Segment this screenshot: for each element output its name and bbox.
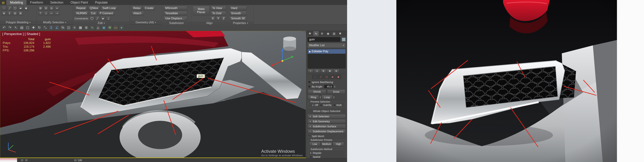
loop-button[interactable]: Loop <box>322 95 333 100</box>
redo-icon[interactable]: ↷ <box>7 25 13 30</box>
align-to-view-button[interactable]: To View <box>210 6 226 10</box>
group-label-edit[interactable]: Edit▾ <box>73 22 130 25</box>
element-mode-icon[interactable]: ◆ <box>336 75 341 79</box>
snaps-toggle-icon[interactable]: 3 <box>48 25 54 30</box>
constraint-none-icon[interactable]: ◯ <box>90 16 94 21</box>
repeat-button[interactable]: Repeat <box>74 6 87 10</box>
shrink-selection-icon[interactable]: ⊟ <box>44 6 48 10</box>
relax-button[interactable]: Relax <box>132 6 142 10</box>
grow-selection-icon[interactable]: ⊞ <box>38 6 43 10</box>
motion-tab-icon[interactable]: ◉ <box>326 31 331 36</box>
preset-medium-button[interactable]: Medium <box>321 142 332 146</box>
group-label-polygon-modeling[interactable]: Polygon Modeling▾ <box>0 20 36 24</box>
object-name-field[interactable]: gum <box>308 37 340 42</box>
maxscript-mini-listener[interactable] <box>0 158 17 162</box>
method-regular-radio[interactable]: Regular <box>310 152 344 154</box>
edge-mode-icon[interactable]: ╱ <box>318 75 324 79</box>
utilities-tab-icon[interactable]: ✱ <box>338 31 343 36</box>
display-tab-icon[interactable]: ▥ <box>332 31 337 36</box>
align-x-button[interactable]: X <box>210 16 215 21</box>
by-angle-spinner[interactable]: ▴▾ <box>334 85 335 88</box>
tab-populate[interactable]: Populate <box>92 0 111 5</box>
select-and-rotate-icon[interactable]: ↻ <box>37 25 42 30</box>
attach-button[interactable]: Attach <box>132 11 144 16</box>
pin-stack-icon[interactable]: ⌖ <box>308 69 314 73</box>
split-mesh-checkbox[interactable]: ✓ <box>308 135 310 138</box>
scene-explorer-icon[interactable]: ≣ <box>84 25 89 30</box>
select-object-icon[interactable]: ↖ <box>13 25 18 30</box>
modifier-list-dropdown[interactable]: Modifier List ▾ <box>308 43 346 48</box>
tab-freeform[interactable]: Freeform <box>26 0 46 5</box>
method-spatial-radio[interactable]: Spatial <box>310 156 344 158</box>
modifier-stack-item-editable-poly[interactable]: ◆ Editable Poly <box>308 49 346 54</box>
use-displace-button[interactable]: Use Displace... <box>164 16 187 21</box>
show-end-result-icon[interactable]: ↧ <box>314 69 320 73</box>
viewport-perspective[interactable]: [ Perspective ] [ Shaded ] Total gum Pol… <box>0 31 306 158</box>
loop-selection-icon[interactable]: ∞ <box>54 6 60 10</box>
tab-object-paint[interactable]: Object Paint <box>67 0 92 5</box>
loop-shrink-icon[interactable]: ⇢ <box>54 11 60 16</box>
group-label-align[interactable]: Align <box>191 22 228 25</box>
preview-off-radio[interactable]: Off <box>312 104 318 106</box>
align-y-button[interactable]: Y <box>216 16 221 21</box>
preset-high-button[interactable]: High <box>333 142 344 146</box>
render-setup-icon[interactable]: ⚙ <box>107 25 112 30</box>
previous-modifier-icon[interactable]: ⊟ <box>13 11 18 16</box>
swift-loop-button[interactable]: Swift Loop <box>101 6 118 10</box>
align-z-button[interactable]: Z <box>221 16 226 21</box>
configure-modifier-icon[interactable]: ⚙ <box>333 69 339 73</box>
modify-tab-icon[interactable]: ∿ <box>313 31 318 36</box>
next-modifier-icon[interactable]: ⊞ <box>18 11 23 16</box>
p-connect-button[interactable]: P Connect <box>98 11 115 16</box>
undo-icon[interactable]: ↶ <box>2 25 7 30</box>
rollout-edit-geometry[interactable]: +Edit Geometry <box>308 119 346 124</box>
smooth-edges-button[interactable]: Smooth <box>229 11 246 16</box>
vertex-mode-icon[interactable]: ∴ <box>312 75 318 79</box>
shrink-button[interactable]: Shrink <box>308 90 326 94</box>
percent-snap-icon[interactable]: % <box>60 25 66 30</box>
ring-grow-icon[interactable]: ⇡ <box>38 11 43 16</box>
polygon-mode-icon[interactable]: ▰ <box>330 75 335 79</box>
create-tab-icon[interactable]: ✚ <box>307 31 312 36</box>
grow-button[interactable]: Grow <box>327 90 345 94</box>
ring-spinner[interactable]: ▴▾ <box>320 96 321 98</box>
selection-lock-icon[interactable]: ⊘ <box>24 159 28 162</box>
selection-region-icon[interactable]: ▢ <box>25 25 30 30</box>
select-by-name-icon[interactable]: ▤ <box>19 25 24 30</box>
nurms-button[interactable]: NURMS <box>74 11 88 16</box>
remove-modifier-icon[interactable]: ✖ <box>327 69 333 73</box>
msmooth-button[interactable]: MSmooth <box>164 6 187 10</box>
align-icon[interactable]: ≡ <box>72 25 77 30</box>
hard-edges-button[interactable]: Hard <box>229 6 246 10</box>
group-label-modify-selection[interactable]: Modify Selection▾ <box>36 20 73 24</box>
align-to-grid-button[interactable]: To Grid <box>210 11 226 16</box>
polygon-mode-icon[interactable]: ▰ <box>18 6 23 10</box>
ribbon-menu-icon[interactable]: ▤ <box>0 0 6 5</box>
isolate-selection-icon[interactable]: ◫ <box>20 159 24 162</box>
group-label-properties[interactable]: Properties▾ <box>228 22 253 25</box>
loop-grow-icon[interactable]: ⇠ <box>49 11 54 16</box>
tab-selection[interactable]: Selection <box>46 0 67 5</box>
constraint-face-icon[interactable]: ▰ <box>100 16 105 21</box>
constraint-edge-icon[interactable]: ╱ <box>95 16 100 21</box>
border-mode-icon[interactable]: ▢ <box>13 6 18 10</box>
select-and-move-icon[interactable]: ✚ <box>31 25 36 30</box>
hierarchy-tab-icon[interactable]: ≣ <box>319 31 325 36</box>
ring-selection-icon[interactable]: ◎ <box>49 6 54 10</box>
angle-snap-icon[interactable]: ∠ <box>54 25 60 30</box>
make-unique-icon[interactable]: ⧉ <box>320 69 326 73</box>
layer-manager-icon[interactable]: ▦ <box>78 25 83 30</box>
mirror-icon[interactable]: ◫ <box>66 25 71 30</box>
preview-subobj-radio[interactable]: SubObj <box>320 104 332 106</box>
ring-shrink-icon[interactable]: ⇣ <box>44 11 48 16</box>
ring-button[interactable]: Ring <box>308 95 319 100</box>
ignore-backfacing-checkbox[interactable] <box>308 81 310 84</box>
rollout-soft-selection[interactable]: +Soft Selection <box>308 114 346 118</box>
object-color-swatch[interactable] <box>342 38 346 42</box>
pin-stack-icon[interactable]: ⊕ <box>2 11 6 16</box>
by-angle-checkbox[interactable] <box>308 85 310 88</box>
by-angle-field[interactable]: 45.0 <box>324 85 333 88</box>
rollout-subdivision-surface[interactable]: +Subdivision Surface <box>308 124 346 128</box>
edge-mode-icon[interactable]: ╱ <box>7 6 12 10</box>
select-and-scale-icon[interactable]: ⤡ <box>42 25 48 30</box>
